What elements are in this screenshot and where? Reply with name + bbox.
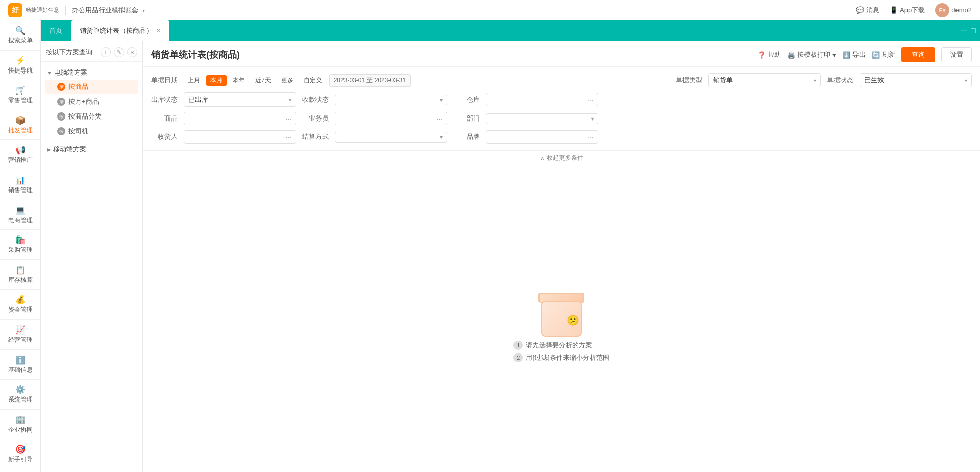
sidebar-item-purchase[interactable]: 🛍️ 采购管理: [0, 230, 40, 260]
tree-child-label-product: 按商品: [68, 82, 88, 91]
date-tabs: 上月 本月 本年 近7天 更多 自定义: [184, 75, 326, 86]
filter-row-4: 收货人 ··· 结算方式 ▾ 品牌 ···: [151, 130, 972, 144]
date-tab-more[interactable]: 更多: [277, 75, 298, 86]
settlement-select[interactable]: ▾: [335, 132, 447, 143]
tab-maximize-button[interactable]: □: [971, 26, 976, 35]
tab-active[interactable]: 销货单统计表（按商品） ×: [71, 20, 169, 41]
app-subtitle[interactable]: 办公用品行业模拟账套 ▾: [65, 6, 145, 15]
help-button[interactable]: ❓ 帮助: [757, 50, 781, 59]
date-range-input[interactable]: 2023-03-01 至 2023-03-31: [329, 74, 411, 87]
doc-type-arrow: ▾: [814, 78, 816, 83]
brand-input[interactable]: ···: [486, 130, 598, 144]
sidebar-label-finance: 资金管理: [8, 306, 33, 314]
sidebar-item-operations[interactable]: 📈 经营管理: [0, 320, 40, 350]
sidebar-item-retail[interactable]: 🛒 零售管理: [0, 80, 40, 110]
date-tab-this-year[interactable]: 本年: [229, 75, 249, 86]
sidebar-item-enterprise[interactable]: 🏢 企业协同: [0, 410, 40, 440]
purchase-icon: 🛍️: [15, 235, 26, 245]
date-tab-custom[interactable]: 自定义: [300, 75, 326, 86]
tree-child-by-month-product[interactable]: 按 按月+商品: [45, 95, 138, 109]
sidebar-item-inventory[interactable]: 📋 库存核算: [0, 260, 40, 290]
refresh-button[interactable]: 🔄 刷新: [872, 50, 895, 59]
operations-icon: 📈: [15, 325, 26, 335]
goods-input[interactable]: ···: [184, 112, 296, 125]
consignee-input[interactable]: ···: [184, 130, 296, 144]
guide-icon: 🎯: [15, 444, 26, 454]
page-wrapper: 按以下方案查询 + ✎ «: [41, 41, 980, 472]
receipt-status-select[interactable]: ▾: [335, 95, 447, 105]
sidebar-item-marketing[interactable]: 📢 营销推广: [0, 140, 40, 170]
query-button[interactable]: 查询: [901, 47, 935, 62]
sidebar-item-apps[interactable]: 📱 应用中心: [0, 469, 40, 472]
consignee-label: 收货人: [151, 132, 178, 141]
tree-parent-label-mobile: 移动端方案: [53, 145, 86, 154]
finance-icon: 💰: [15, 295, 26, 304]
tree-child-by-category[interactable]: 按 按商品分类: [45, 109, 138, 124]
date-tab-7days[interactable]: 近7天: [251, 75, 275, 86]
sidebar-item-sales[interactable]: 📊 销售管理: [0, 170, 40, 200]
tab-close-button[interactable]: ×: [156, 27, 161, 35]
collapse-panel-button[interactable]: «: [127, 47, 137, 57]
print-button[interactable]: 🖨️ 按模板打印 ▾: [787, 50, 836, 59]
sidebar-label-system: 系统管理: [8, 396, 33, 404]
department-select[interactable]: ▾: [486, 113, 598, 124]
doc-type-select[interactable]: 销货单 ▾: [708, 73, 821, 87]
sidebar-item-ecommerce[interactable]: 💻 电商管理: [0, 200, 40, 230]
tree-parent-desktop[interactable]: ▼ 电脑端方案: [45, 66, 138, 79]
add-scheme-button[interactable]: +: [101, 47, 111, 57]
export-button[interactable]: ⬇️ 导出: [842, 50, 866, 59]
empty-hints: 1 请先选择要分析的方案 2 用[过滤]条件来缩小分析范围: [513, 341, 609, 362]
sales-icon: 📊: [15, 175, 26, 185]
export-icon: ⬇️: [842, 51, 850, 59]
user-profile[interactable]: Ea demo2: [935, 3, 972, 17]
home-tab-label: 首页: [49, 26, 62, 35]
tree-child-icon-category: 按: [57, 112, 65, 121]
message-button[interactable]: 💬 消息: [856, 6, 879, 15]
tree-child-icon-driver: 按: [57, 127, 65, 135]
settings-button[interactable]: 设置: [941, 47, 972, 62]
collapse-bar[interactable]: ∧ 收起更多条件: [143, 150, 980, 166]
sidebar-label-shortcut: 快捷导航: [8, 67, 33, 75]
sidebar-label-basic: 基础信息: [8, 366, 33, 374]
date-label: 单据日期: [151, 76, 178, 85]
date-tab-last-month[interactable]: 上月: [184, 75, 204, 86]
warehouse-input[interactable]: ···: [486, 93, 598, 106]
sidebar-item-wholesale[interactable]: 📦 批发管理: [0, 110, 40, 140]
tree-arrow-mobile: ▶: [47, 147, 51, 152]
tab-home[interactable]: 首页: [41, 20, 70, 41]
wholesale-icon: 📦: [15, 115, 26, 125]
tree-child-by-driver[interactable]: 按 按司机: [45, 124, 138, 138]
right-content: 销货单统计表(按商品) ❓ 帮助 🖨️ 按模板打印 ▾ ⬇️: [143, 41, 980, 472]
tree-child-by-product[interactable]: 按 按商品: [45, 80, 138, 94]
sidebar: 🔍 搜索菜单 ⚡ 快捷导航 🛒 零售管理 📦 批发管理 📢 营销推广 📊 销售管…: [0, 20, 41, 472]
sidebar-label-purchase: 采购管理: [8, 246, 33, 254]
tree-child-icon-month: 按: [57, 98, 65, 106]
sidebar-item-system[interactable]: ⚙️ 系统管理: [0, 380, 40, 410]
app-download-button[interactable]: 📱 App下载: [890, 6, 925, 15]
brand-label: 品牌: [453, 132, 480, 141]
out-status-select[interactable]: 已出库 ▾: [184, 92, 296, 107]
sidebar-item-guide[interactable]: 🎯 新手引导: [0, 439, 40, 469]
sidebar-item-finance[interactable]: 💰 资金管理: [0, 290, 40, 320]
warehouse-dots: ···: [587, 96, 594, 104]
sidebar-label-ecommerce: 电商管理: [8, 217, 33, 225]
search-icon: 🔍: [15, 26, 26, 35]
settlement-arrow: ▾: [440, 134, 443, 140]
collapse-label: 收起更多条件: [547, 154, 583, 162]
sales-person-input[interactable]: ···: [335, 112, 447, 125]
sidebar-item-shortcut[interactable]: ⚡ 快捷导航: [0, 51, 40, 81]
tree-parent-mobile[interactable]: ▶ 移动端方案: [45, 143, 138, 156]
tab-minimize-button[interactable]: ─: [961, 26, 967, 35]
left-panel-title: 按以下方案查询: [46, 48, 92, 57]
doc-status-select[interactable]: 已生效 ▾: [860, 73, 972, 87]
empty-state: 😕 1 请先选择要分析的方案 2 用[过滤]条件来缩小分析范围: [143, 166, 980, 472]
download-icon: 📱: [890, 6, 898, 14]
doc-type-label: 单据类型: [676, 76, 702, 85]
department-label: 部门: [453, 114, 480, 123]
tabs-bar: 首页 销货单统计表（按商品） × ─ □: [41, 20, 980, 41]
sidebar-item-basic[interactable]: ℹ️ 基础信息: [0, 350, 40, 380]
date-tab-this-month[interactable]: 本月: [206, 75, 227, 86]
app-logo-icon: 好: [8, 3, 22, 17]
sidebar-item-search[interactable]: 🔍 搜索菜单: [0, 20, 40, 51]
edit-scheme-button[interactable]: ✎: [114, 47, 124, 57]
